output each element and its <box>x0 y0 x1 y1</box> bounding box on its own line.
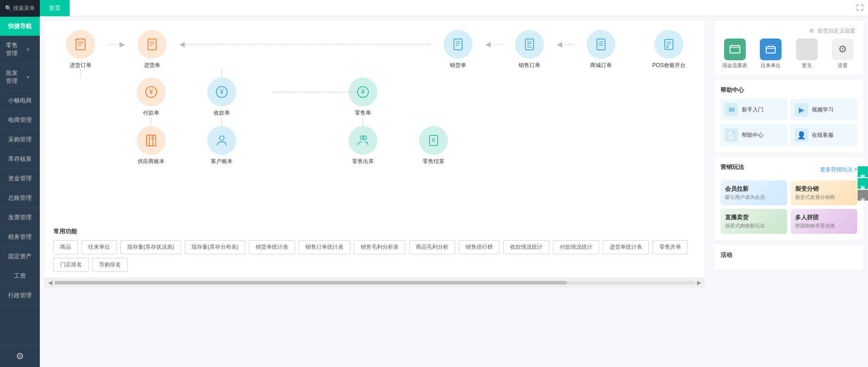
svg-rect-44 <box>766 47 775 53</box>
activity-title: 活动 <box>720 251 857 259</box>
node-icon-mall-order <box>587 30 615 59</box>
node-icon-pos <box>654 30 683 59</box>
settings-gear-icon: ⚙ <box>809 28 814 34</box>
node-customer-book[interactable]: 客户账本 <box>195 126 249 165</box>
node-payment[interactable]: ¥ 付款单 <box>124 77 178 117</box>
svg-rect-8 <box>454 39 462 50</box>
tab-home[interactable]: 首页 <box>40 0 70 16</box>
node-sale-order[interactable]: 销售订单 <box>502 30 557 69</box>
func-btn-purchase-stats[interactable]: 进货单统计表 <box>603 240 649 254</box>
quick-icon-none[interactable]: 暂无 <box>792 39 821 69</box>
svg-rect-17 <box>597 39 605 50</box>
sidebar-item-invoice[interactable]: 发票管理 <box>0 208 40 227</box>
func-btn-stock1[interactable]: 现存量(库存状况表) <box>120 240 181 254</box>
node-icon-sale <box>444 30 472 59</box>
node-sale[interactable]: 销货单 <box>431 30 485 69</box>
sidebar-search[interactable]: 🔍 搜索菜单 <box>0 0 40 17</box>
marketing-item-live[interactable]: 直播卖货 场景式购物新玩法 <box>720 209 787 234</box>
marketing-item-group[interactable]: 多人拼团 拼团购物享受优惠 <box>791 209 857 234</box>
sidebar-item-ecom-small[interactable]: 小畅电商 <box>0 91 40 111</box>
sidebar-highlight[interactable]: 快捷导航 <box>0 17 40 36</box>
scroll-left-arrow[interactable]: ◀ <box>48 279 52 286</box>
node-icon-retail-out <box>348 126 377 155</box>
right-panel: ⚙ 首页自定义设置 现金流量表 往来单位 <box>710 16 868 367</box>
float-btn-community[interactable]: 服务社区 <box>858 178 868 189</box>
func-btn-goods-profit[interactable]: 商品毛利分析 <box>409 240 455 254</box>
float-btn-desktop[interactable]: 桌面快捷 <box>858 190 868 201</box>
quick-icon-units[interactable]: 往来单位 <box>757 39 786 69</box>
node-receipt[interactable]: ¥ 收款单 <box>195 77 249 117</box>
scroll-right-arrow[interactable]: ▶ <box>697 279 701 286</box>
homepage-settings-link[interactable]: ⚙ 首页自定义设置 <box>720 27 857 35</box>
sidebar-item-inventory[interactable]: 库存核算 <box>0 150 40 169</box>
sidebar-settings[interactable]: ⚙ <box>0 345 40 367</box>
node-retail[interactable]: ¥ 零售单 <box>336 77 390 117</box>
node-purchase-order[interactable]: 进货订单 <box>53 30 108 69</box>
sidebar-item-purchase[interactable]: 采购管理 <box>0 130 40 150</box>
help-icon-beginner: ✉ <box>725 103 738 116</box>
func-btn-sale-stats[interactable]: 销货单统计表 <box>249 240 295 254</box>
float-buttons: 客服热线 服务社区 桌面快捷 <box>858 166 868 201</box>
sidebar-item-assets[interactable]: 固定资产 <box>0 247 40 266</box>
func-btn-stock2[interactable]: 现存量(库存分布表) <box>185 240 245 254</box>
left-panel: 进货订单 ▶ 进货单 <box>40 16 710 367</box>
help-item-video[interactable]: ▶ 视频学习 <box>791 99 857 121</box>
main-area: 首页 ⛶ 进货订单 <box>40 0 868 367</box>
sidebar: 🔍 搜索菜单 快捷导航 零售管理 ▼ 批发管理 ▼ 小畅电商 电商管理 采购管理… <box>0 0 40 367</box>
func-btn-sale-order-stats[interactable]: 销售订单统计表 <box>299 240 350 254</box>
more-marketing-link[interactable]: 更多营销玩法 > <box>820 166 857 174</box>
marketing-item-member[interactable]: 会员拉新 吸引用户成为会员 <box>720 180 787 205</box>
func-btn-guide-rank[interactable]: 导购排名 <box>92 258 128 272</box>
func-btn-receipt-stats[interactable]: 收款情况统计 <box>503 240 549 254</box>
svg-rect-24 <box>667 46 668 48</box>
func-btn-unit[interactable]: 往来单位 <box>81 240 117 254</box>
sidebar-item-retail[interactable]: 零售管理 ▼ <box>0 36 40 63</box>
node-pos[interactable]: POS收银开台 <box>642 30 696 69</box>
node-icon-supplier-book <box>137 126 166 155</box>
help-item-service[interactable]: 👤 在线客服 <box>791 124 857 146</box>
content-area: 进货订单 ▶ 进货单 <box>40 16 868 367</box>
func-btn-store-rank[interactable]: 门店排名 <box>53 258 89 272</box>
float-btn-service[interactable]: 客服热线 <box>858 166 868 177</box>
none-icon-box <box>796 39 818 60</box>
node-retail-out[interactable]: 零售出库 <box>336 126 390 165</box>
marketing-card: 营销玩法 更多营销玩法 > 会员拉新 吸引用户成为会员 裂变分销 裂变式发展分销… <box>714 157 863 240</box>
svg-text:¥: ¥ <box>219 88 224 96</box>
quick-icon-cashflow[interactable]: 现金流量表 <box>720 39 749 69</box>
node-retail-settle[interactable]: ¥ 零售结算 <box>406 126 461 165</box>
func-btn-sale-profit[interactable]: 销售毛利分析表 <box>354 240 405 254</box>
sidebar-item-admin[interactable]: 行政管理 <box>0 286 40 305</box>
node-supplier-book[interactable]: 供应商账本 <box>124 126 178 165</box>
func-btn-goods[interactable]: 商品 <box>53 240 78 254</box>
func-btn-sale-rank[interactable]: 销售排行榜 <box>459 240 500 254</box>
common-functions-grid: 商品 往来单位 现存量(库存状况表) 现存量(库存分布表) 销货单统计表 销售订… <box>53 240 696 272</box>
help-icon-help: 📄 <box>725 128 738 142</box>
sidebar-item-tax[interactable]: 税务管理 <box>0 227 40 247</box>
help-item-beginner[interactable]: ✉ 新手入门 <box>720 99 787 121</box>
help-card: 帮助中心 ✉ 新手入门 ▶ 视频学习 📄 帮助中心 👤 <box>714 80 863 152</box>
sidebar-item-ledger[interactable]: 总账管理 <box>0 188 40 208</box>
scroll-track[interactable] <box>54 281 695 285</box>
node-purchase[interactable]: 进货单 <box>125 30 179 69</box>
node-icon-sale-order <box>515 30 544 59</box>
svg-point-35 <box>219 136 224 140</box>
func-btn-retail-open[interactable]: 零售开单 <box>653 240 688 254</box>
help-icon-video: ▶ <box>795 103 808 116</box>
sidebar-item-finance[interactable]: 资金管理 <box>0 169 40 188</box>
sidebar-item-ecom-manage[interactable]: 电商管理 <box>0 111 40 130</box>
node-icon-receipt: ¥ <box>207 77 236 106</box>
svg-rect-12 <box>525 39 534 50</box>
marketing-item-fission[interactable]: 裂变分销 裂变式发展分销商 <box>791 180 857 205</box>
sidebar-item-wholesale[interactable]: 批发管理 ▼ <box>0 63 40 91</box>
scroll-thumb <box>54 281 567 285</box>
func-btn-payment-stats[interactable]: 付款情况统计 <box>553 240 599 254</box>
help-title: 帮助中心 <box>720 86 857 94</box>
expand-button[interactable]: ⛶ <box>852 4 868 12</box>
tabbar: 首页 ⛶ <box>40 0 868 16</box>
quick-icon-settings[interactable]: ⚙ 设置 <box>829 39 858 69</box>
sidebar-item-salary[interactable]: 工资 <box>0 266 40 286</box>
quick-icons-row: 现金流量表 往来单位 暂无 ⚙ 设置 <box>720 39 857 69</box>
search-icon: 🔍 <box>5 5 12 11</box>
help-item-help[interactable]: 📄 帮助中心 <box>720 124 787 146</box>
node-mall-order[interactable]: 商城订单 <box>574 30 628 69</box>
